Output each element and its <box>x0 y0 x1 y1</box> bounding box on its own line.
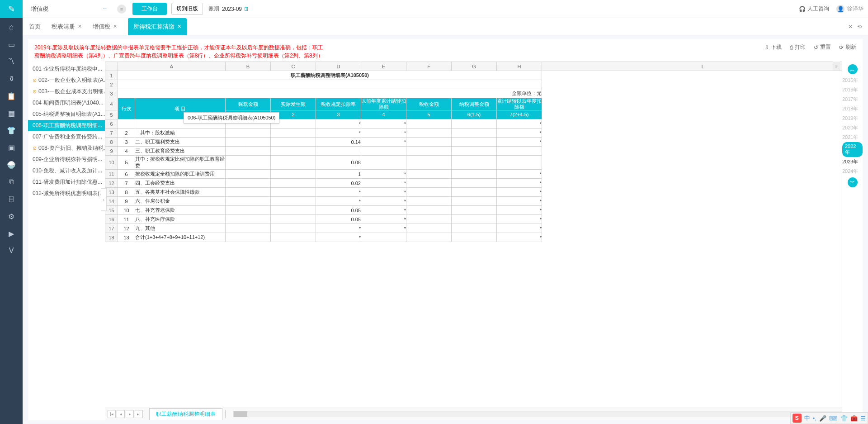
top-bar: 增值税 ﹀ ≡ 工作台 切到旧版 账期 2023-09 🗓 🎧 人工咨询 👤 徐… <box>0 0 868 18</box>
tab-income-tax[interactable]: 所得税汇算清缴✕ <box>128 18 187 19</box>
calendar-icon[interactable]: 🗓 <box>244 6 249 12</box>
headset-icon: 🎧 <box>799 6 806 12</box>
manual-consult-link[interactable]: 🎧 人工咨询 <box>799 5 829 13</box>
manual-label: 人工咨询 <box>807 5 829 13</box>
username-label: 徐泽华 <box>847 5 863 13</box>
switch-old-button[interactable]: 切到旧版 <box>171 3 203 15</box>
tax-type-label: 增值税 <box>31 5 48 13</box>
info-icon[interactable]: ≡ <box>117 5 126 14</box>
app-logo: ✎ <box>0 0 23 18</box>
workspace-button[interactable]: 工作台 <box>132 3 167 15</box>
period-label: 账期 <box>208 5 219 13</box>
user-menu[interactable]: 👤 徐泽华 <box>836 5 863 13</box>
tax-type-dropdown[interactable]: 增值税 ﹀ <box>27 5 111 13</box>
avatar-icon: 👤 <box>836 5 844 13</box>
feather-icon: ✎ <box>8 4 15 14</box>
chevron-down-icon: ﹀ <box>103 6 107 12</box>
period-value[interactable]: 2023-09 <box>222 6 242 12</box>
